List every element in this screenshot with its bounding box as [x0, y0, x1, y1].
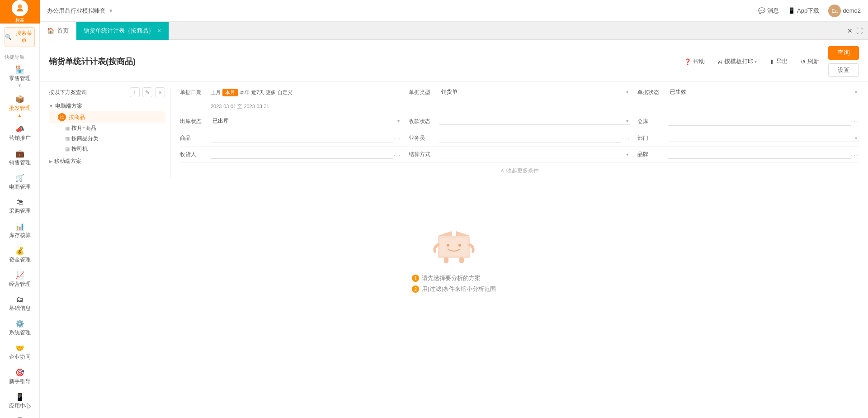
expand-icon[interactable]: ⛶ [856, 27, 863, 34]
date-option-last-month[interactable]: 上月 [211, 89, 221, 96]
user-menu[interactable]: Ea demo2 [828, 5, 861, 17]
sidebar-item-wechat[interactable]: 💬 企业微信 [0, 413, 39, 418]
dept-select[interactable]: ▾ [668, 135, 859, 142]
sidebar-item-basic[interactable]: 🗂 基础信息 [0, 292, 39, 316]
filter-settlement-cell: 结算方式 ▾ [409, 150, 637, 159]
tip-text-1: 请先选择要分析的方案 [422, 274, 481, 282]
tree-item-driver[interactable]: ▦ 按司机 [49, 144, 165, 154]
search-menu-button[interactable]: 🔍 搜索菜单 [5, 27, 35, 47]
sales-icon: 💼 [15, 149, 24, 158]
tree-group-mobile-label[interactable]: ▶ 移动端方案 [49, 156, 165, 166]
sidebar-item-marketing[interactable]: 📣 营销推广 [0, 121, 39, 146]
doc-status-select[interactable]: 已生效 ▾ [668, 87, 859, 97]
help-button[interactable]: ❓ 帮助 [680, 56, 708, 67]
sidebar-item-label: 销售管理 [9, 159, 31, 166]
doc-type-label: 单据类型 [409, 89, 436, 96]
out-status-select[interactable]: 已出库 ▾ [211, 116, 401, 126]
dropdown-arrow-icon[interactable]: ▾ [109, 7, 113, 14]
tree-item-category[interactable]: ▦ 按商品分类 [49, 133, 165, 144]
enterprise-icon: 🤝 [15, 344, 24, 352]
date-option-more[interactable]: 更多 [266, 89, 276, 96]
sidebar-item-purchase[interactable]: 🛍 采购管理 [0, 195, 39, 218]
refresh-icon: ↺ [801, 58, 806, 65]
salesman-input[interactable] [439, 134, 622, 142]
tree-group-pc-label[interactable]: ▼ 电脑端方案 [49, 101, 165, 111]
message-label: 消息 [767, 7, 779, 15]
tip-num-1: 1 [412, 275, 419, 282]
collapse-filter-button[interactable]: ∧ 收起更多条件 [189, 163, 850, 178]
avatar: Ea [828, 5, 841, 17]
settlement-select[interactable]: ▾ [439, 151, 630, 158]
doc-type-select[interactable]: 销货单 ▾ [439, 87, 630, 97]
sidebar-item-ecommerce[interactable]: 🛒 电商管理 [0, 170, 39, 195]
inventory-icon: 📊 [15, 222, 24, 231]
filter-collect-status-cell: 收款状态 ▾ [409, 116, 637, 126]
app-title: 办公用品行业模拟账套 [47, 7, 106, 15]
goods-input[interactable] [211, 134, 393, 142]
message-button[interactable]: 💬 消息 [758, 7, 779, 15]
tree-item-month-goods[interactable]: ▦ 按月+商品 [49, 123, 165, 133]
receiver-more-icon[interactable]: ··· [393, 151, 401, 158]
salesman-more-icon[interactable]: ··· [622, 135, 630, 142]
export-label: 导出 [776, 57, 788, 66]
tree-item-icon: 按 [58, 113, 66, 121]
message-icon: 💬 [758, 7, 765, 14]
tip-num-2: 2 [412, 285, 419, 293]
sidebar-item-guide[interactable]: 🎯 新手引导 [0, 365, 39, 389]
dept-dropdown-icon: ▾ [855, 136, 857, 141]
svg-point-4 [458, 244, 461, 247]
tab-bar: 🏠 首页 销货单统计计表（按商品） ✕ ✕ ⛶ [40, 22, 868, 40]
warehouse-label: 仓库 [637, 118, 665, 125]
sidebar-item-system[interactable]: ⚙️ 系统管理 [0, 316, 39, 340]
collect-status-select[interactable]: ▾ [439, 118, 630, 125]
warehouse-input[interactable] [668, 117, 851, 126]
set-button[interactable]: 设置 [828, 63, 859, 77]
app-download-button[interactable]: 📱 App下载 [788, 7, 819, 15]
edit-scheme-button[interactable]: ✎ [142, 87, 152, 97]
sidebar-item-enterprise[interactable]: 🤝 企业协同 [0, 340, 39, 365]
filter-row-3: 商品 ··· 业务员 ··· 部门 [180, 130, 859, 147]
sidebar: 标赢 🔍 搜索菜单 快捷导航 🏪 零售管理 ▼ 📦 批发管理 ▲ 📣 营销推广 … [0, 0, 40, 418]
sidebar-item-finance[interactable]: 💰 资金管理 [0, 243, 39, 267]
sidebar-item-retail[interactable]: 🏪 零售管理 ▼ [0, 62, 39, 91]
tab-close-button[interactable]: ✕ [157, 28, 161, 34]
close-all-icon[interactable]: ✕ [847, 27, 853, 34]
date-option-custom[interactable]: 自定义 [278, 89, 292, 96]
tab-report[interactable]: 销货单统计计表（按商品） ✕ [76, 22, 169, 40]
sidebar-item-operations[interactable]: 📈 经营管理 [0, 267, 39, 292]
date-option-this-year[interactable]: 本年 [240, 89, 250, 96]
export-button[interactable]: ⬆ 导出 [766, 56, 792, 67]
date-option-7days[interactable]: 近7天 [251, 89, 264, 96]
sidebar-item-inventory[interactable]: 📊 库存核算 [0, 218, 39, 243]
sidebar-item-appcenter[interactable]: 📱 应用中心 [0, 389, 39, 413]
page-title: 销货单统计计表(按商品) [49, 56, 136, 67]
brand-more-icon[interactable]: ··· [851, 151, 859, 158]
dept-label: 部门 [637, 134, 665, 142]
print-button[interactable]: 🖨 按模板打印 ▾ [714, 56, 760, 67]
query-button[interactable]: 查询 [828, 46, 859, 60]
filter-warehouse-cell: 仓库 ··· [637, 116, 859, 126]
arrow-right-icon: ▶ [49, 159, 52, 164]
tab-home[interactable]: 🏠 首页 [40, 22, 76, 40]
tree-subitem-icon2: ▦ [65, 136, 70, 142]
username-label: demo2 [843, 7, 861, 14]
page-header: 销货单统计计表(按商品) ❓ 帮助 🖨 按模板打印 ▾ ⬆ 导出 ↺ 刷新 [40, 40, 868, 82]
sidebar-item-wholesale[interactable]: 📦 批发管理 ▲ [0, 91, 39, 121]
goods-more-icon[interactable]: ··· [393, 135, 401, 142]
sidebar-item-sales[interactable]: 💼 销售管理 [0, 146, 39, 170]
warehouse-more-icon[interactable]: ··· [851, 118, 859, 125]
add-scheme-button[interactable]: + [130, 87, 140, 97]
empty-tips: 1 请先选择要分析的方案 2 用[过滤]条件来缩小分析范围 [412, 274, 495, 296]
tree-item-by-goods[interactable]: 按 按商品 [49, 111, 165, 123]
empty-tip-2: 2 用[过滤]条件来缩小分析范围 [412, 285, 495, 293]
brand-input[interactable] [668, 150, 851, 159]
refresh-button[interactable]: ↺ 刷新 [797, 56, 823, 67]
filter-dept-cell: 部门 ▾ [637, 134, 859, 142]
receiver-input[interactable] [211, 150, 393, 159]
date-option-this-month[interactable]: 本月 [222, 89, 238, 96]
sidebar-item-label: 资金管理 [9, 256, 31, 264]
settlement-label: 结算方式 [409, 151, 436, 158]
collapse-scheme-button[interactable]: « [155, 87, 165, 97]
tip-text-2: 用[过滤]条件来缩小分析范围 [422, 285, 495, 293]
marketing-icon: 📣 [15, 125, 24, 133]
